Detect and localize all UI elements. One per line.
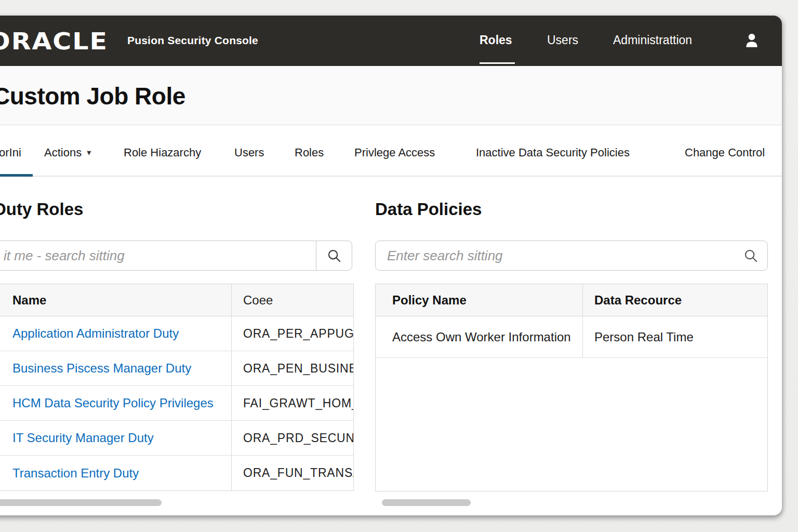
duty-role-code: ORA_FUN_TRANSA — [232, 456, 353, 490]
nav-item-administration[interactable]: Administrattion — [613, 33, 692, 47]
duty-role-link[interactable]: Application Administrator Duty — [12, 326, 179, 341]
oracle-logo: ORACLE — [0, 28, 108, 55]
duty-roles-heading: Duty Roles — [0, 200, 83, 219]
tab-role-hierarchy[interactable]: Role Hiazarchy — [124, 146, 201, 159]
person-icon[interactable] — [743, 31, 761, 50]
magnifier-icon — [326, 248, 342, 263]
data-policies-search-input[interactable] — [376, 241, 734, 270]
tab-privilege-access[interactable]: Privlege Access — [354, 146, 435, 159]
duty-role-link[interactable]: Business Piscess Manager Duty — [12, 361, 191, 376]
duty-roles-searchbox — [0, 241, 352, 271]
duty-roles-table: Name Coee Application Administrator Duty… — [0, 284, 354, 491]
table-row: IT Security Manager Duty ORA_PRD_SECUNT — [0, 421, 353, 456]
table-row: Access Own Worker Information Person Rea… — [376, 316, 767, 358]
nav-roles-active-underline — [480, 62, 515, 64]
duty-role-link[interactable]: IT Security Manager Duty — [12, 431, 154, 445]
duty-role-link[interactable]: Transaction Entry Duty — [12, 466, 139, 481]
data-resource-cell: Person Real Time — [583, 316, 767, 357]
tab-actions[interactable]: Actions▾ — [44, 146, 91, 159]
duty-role-code: ORA_PEN_BUSINES — [232, 351, 353, 385]
duty-role-code: FAI_GRAWT_HOM_C — [232, 386, 353, 420]
product-title: Pusion Security Console — [127, 34, 258, 47]
tabbar-bottom-border — [0, 176, 782, 177]
duty-roles-search-input[interactable] — [0, 241, 316, 270]
duty-roles-header-row: Name Coee — [0, 284, 353, 316]
duty-role-code: ORA_PRD_SECUNT — [232, 421, 353, 455]
caret-down-icon: ▾ — [87, 148, 91, 157]
tab-change-control[interactable]: Change Control — [685, 146, 765, 159]
duty-role-link[interactable]: HCM Data Security Policy Privileges — [12, 396, 214, 410]
policy-name-cell: Access Own Worker Information — [376, 316, 583, 357]
nav-item-roles[interactable]: Roles — [480, 33, 512, 47]
table-row: Application Administrator Duty ORA_PER_A… — [0, 316, 353, 351]
tab-orini[interactable]: orIni — [0, 146, 21, 159]
data-policies-table: Policy Name Data Recource Access Own Wor… — [375, 284, 768, 491]
data-policies-heading: Data Policies — [375, 200, 482, 219]
tab-users[interactable]: Users — [234, 146, 264, 159]
data-policies-header-row: Policy Name Data Recource — [376, 284, 767, 316]
empty-table-area — [376, 358, 767, 491]
screen: ORACLE Pusion Security Console Roles Use… — [0, 0, 798, 532]
magnifier-icon — [743, 248, 759, 263]
column-header-code: Coee — [232, 284, 353, 316]
column-header-name: Name — [0, 284, 232, 316]
duty-roles-search-button[interactable] — [316, 241, 352, 270]
table-row: Transaction Entry Duty ORA_FUN_TRANSA — [0, 456, 353, 490]
data-policies-horizontal-scrollbar[interactable] — [382, 499, 471, 506]
tab-roles[interactable]: Roles — [295, 146, 324, 159]
active-tab-underline — [0, 174, 33, 177]
data-policies-searchbox — [375, 241, 768, 271]
table-row: Business Piscess Manager Duty ORA_PEN_BU… — [0, 351, 353, 386]
page-title: Custom Job Role — [0, 82, 185, 110]
column-header-policy-name: Policy Name — [376, 284, 583, 316]
duty-role-code: ORA_PER_APPUGA — [232, 316, 353, 351]
column-header-data-resource: Data Recource — [583, 284, 767, 316]
tab-inactive-data-security-policies[interactable]: Inactive Data Security Policies — [476, 146, 630, 159]
data-policies-search-button[interactable] — [734, 241, 767, 270]
nav-item-users[interactable]: Users — [547, 33, 578, 47]
duty-roles-horizontal-scrollbar[interactable] — [0, 499, 162, 506]
table-row: HCM Data Security Policy Privileges FAI_… — [0, 386, 353, 421]
